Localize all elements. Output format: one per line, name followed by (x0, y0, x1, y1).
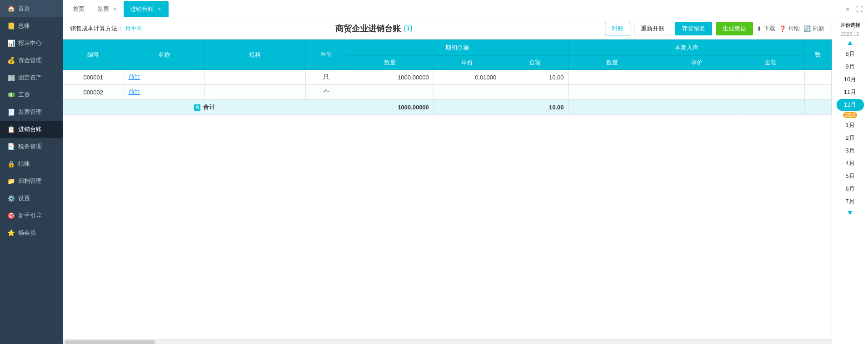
salary-icon: 💵 (7, 91, 15, 98)
report-icon: 📊 (7, 39, 15, 47)
cell-extra (804, 85, 831, 100)
save-alias-button[interactable]: 存货别名 (675, 22, 712, 35)
total-in-price (656, 100, 737, 115)
help-icon: ❓ (779, 25, 786, 32)
month-item-2023-4[interactable]: 4月 (837, 157, 864, 169)
top-bar: 销售成本计算方法： 月平均 商贸企业进销台账 ℹ 对账 重新开账 存货别名 生成… (63, 18, 832, 39)
col-header-unit: 单位 (306, 40, 346, 70)
tab-bar: 首页 发票 × 进销台账 × × ⛶ (63, 0, 868, 18)
total-in-amount (737, 100, 804, 115)
reconcile-button[interactable]: 对账 (605, 22, 630, 35)
sidebar-item-settings[interactable]: ⚙️ 设置 (0, 190, 63, 207)
month-item-2023-1[interactable]: 1月 (837, 119, 864, 131)
cost-method: 销售成本计算方法： 月平均 (70, 25, 143, 33)
cell-opening-qty (346, 85, 434, 100)
title-info-icon[interactable]: ℹ (404, 25, 412, 32)
month-item-11[interactable]: 11月 (837, 86, 864, 98)
cell-opening-price: 0.01000 (434, 70, 501, 85)
month-item-2023-3[interactable]: 3月 (837, 145, 864, 157)
total-icon: 合 (194, 104, 200, 111)
sidebar-item-invoice[interactable]: 🧾 发票管理 (0, 103, 63, 121)
col-header-opening-balance: 期初余额 (346, 40, 569, 56)
ledger-icon: 📒 (7, 22, 15, 29)
sidebar-item-label: 报表中心 (18, 39, 42, 47)
item-name-link[interactable]: 前缸 (129, 88, 140, 95)
tab-invoice-close[interactable]: × (112, 6, 117, 12)
tab-purchase[interactable]: 进销台账 × (124, 1, 168, 17)
settings-icon: ⚙️ (7, 195, 15, 202)
cost-method-label: 销售成本计算方法： (70, 25, 123, 32)
sidebar-item-archive[interactable]: 📁 归档管理 (0, 172, 63, 190)
month-item-2023-6[interactable]: 6月 (837, 183, 864, 195)
month-item-2023-2[interactable]: 2月 (837, 132, 864, 144)
month-item-2023-7[interactable]: 7月 (837, 196, 864, 207)
cell-name[interactable]: 前缸 (124, 70, 205, 85)
sidebar-item-salary[interactable]: 💵 工资 (0, 86, 63, 103)
generate-voucher-button[interactable]: 生成凭证 (716, 22, 753, 35)
sidebar-item-member[interactable]: ⭐ 畅会员 (0, 224, 63, 241)
col-sub-in-qty: 数量 (569, 56, 656, 70)
horizontal-scrollbar[interactable] (63, 339, 832, 344)
cell-in-qty (569, 70, 656, 85)
col-sub-in-price: 单价 (656, 56, 737, 70)
total-extra (804, 100, 831, 115)
sidebar-item-label: 工资 (18, 91, 30, 99)
sidebar-item-label: 归档管理 (18, 177, 42, 185)
month-selector-title: 月份选择 (840, 20, 860, 30)
download-button[interactable]: ⬇ 下载 (757, 25, 775, 33)
page-title-area: 商贸企业进销台账 ℹ (335, 23, 412, 34)
help-button[interactable]: ❓ 帮助 (779, 25, 800, 33)
sidebar-item-ledger[interactable]: 📒 总账 (0, 17, 63, 34)
sidebar-item-fund[interactable]: 💰 资金管理 (0, 52, 63, 69)
refresh-label: 刷新 (813, 25, 824, 33)
reopen-button[interactable]: 重新开账 (634, 22, 671, 35)
month-item-9[interactable]: 9月 (837, 61, 864, 73)
content-area: 销售成本计算方法： 月平均 商贸企业进销台账 ℹ 对账 重新开账 存货别名 生成… (63, 18, 868, 344)
help-label: 帮助 (788, 25, 800, 33)
sidebar-item-label: 首页 (18, 5, 30, 13)
main-area: 首页 发票 × 进销台账 × × ⛶ 销售成本计算方法： 月平均 商贸企业 (63, 0, 868, 344)
cell-code: 000001 (63, 70, 124, 85)
total-in-qty (569, 100, 656, 115)
sidebar-item-guide[interactable]: 🎯 新手引导 (0, 207, 63, 224)
sidebar-item-label: 畅会员 (18, 229, 36, 237)
cost-method-value: 月平均 (125, 25, 143, 32)
guide-icon: 🎯 (7, 212, 15, 219)
col-header-name: 名称 (124, 40, 205, 70)
archive-icon: 📁 (7, 177, 15, 185)
sidebar-item-tax[interactable]: 📑 税务管理 (0, 138, 63, 155)
col-header-spec: 规格 (205, 40, 306, 70)
month-down-button[interactable]: ▼ (843, 208, 858, 218)
cell-code: 000002 (63, 85, 124, 100)
asset-icon: 🏢 (7, 74, 15, 81)
month-up-button[interactable]: ▲ (843, 38, 858, 48)
window-maximize-button[interactable]: ⛶ (854, 4, 864, 14)
sidebar-item-home[interactable]: 🏠 首页 (0, 0, 63, 17)
month-item-8[interactable]: 8月 (837, 48, 864, 60)
window-close-button[interactable]: × (843, 4, 853, 14)
refresh-button[interactable]: 🔄 刷新 (803, 25, 824, 33)
sidebar-item-purchase[interactable]: 📋 进销台账 (0, 121, 63, 138)
total-opening-price (434, 100, 501, 115)
sidebar-item-close[interactable]: 🔒 结账 (0, 155, 63, 172)
tab-invoice[interactable]: 发票 × (91, 1, 124, 17)
table-container: 编号 名称 规格 单位 期初余额 本期入库 数 数量 单价 金额 数 (63, 39, 832, 339)
month-item-12[interactable]: 12月 (837, 99, 864, 111)
item-name-link[interactable]: 前缸 (129, 74, 140, 80)
tab-home[interactable]: 首页 (66, 1, 91, 17)
sidebar-item-asset[interactable]: 🏢 固定资产 (0, 69, 63, 86)
download-icon: ⬇ (757, 25, 762, 32)
sidebar-item-report[interactable]: 📊 报表中心 (0, 34, 63, 52)
col-sub-opening-price: 单价 (434, 56, 501, 70)
tab-purchase-close[interactable]: × (156, 6, 162, 12)
cell-opening-amount (501, 85, 569, 100)
sidebar-item-label: 总账 (18, 22, 30, 30)
cell-name[interactable]: 前缸 (124, 85, 205, 100)
col-sub-in-amount: 金额 (737, 56, 804, 70)
month-item-10[interactable]: 10月 (837, 74, 864, 85)
scrollbar-thumb[interactable] (65, 340, 155, 344)
sidebar-item-label: 进销台账 (18, 125, 42, 133)
month-item-2023-5[interactable]: 5月 (837, 170, 864, 182)
cell-in-price (656, 85, 737, 100)
total-opening-amount: 10.00 (501, 100, 569, 115)
